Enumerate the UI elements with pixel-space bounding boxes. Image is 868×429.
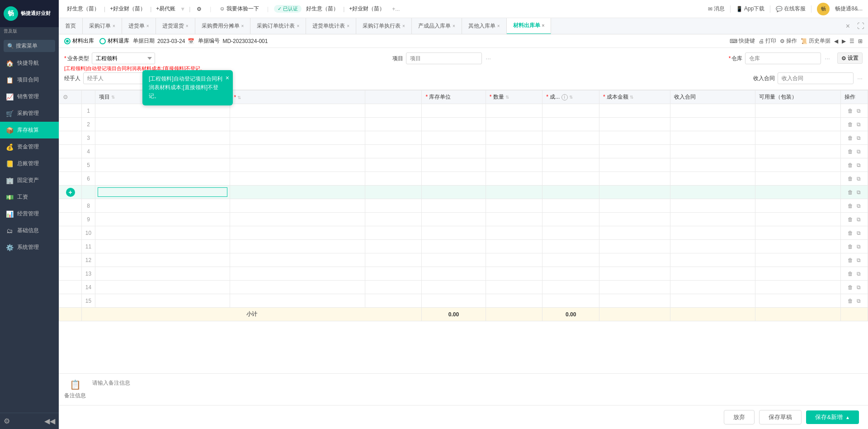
topbar-good-wealth[interactable]: +好业财（苗） <box>107 4 148 14</box>
row-spec[interactable] <box>365 118 422 131</box>
tab-purchase-exec-close[interactable]: × <box>402 24 405 29</box>
row-project[interactable] <box>95 118 230 131</box>
row-qty[interactable] <box>486 294 542 308</box>
row-available[interactable] <box>755 172 841 186</box>
row-project[interactable] <box>95 104 230 118</box>
row-cost[interactable] <box>542 131 599 145</box>
radio-material-return[interactable]: 材料退库 <box>99 37 129 45</box>
row-income-contract[interactable] <box>670 253 755 267</box>
row-cost-amount[interactable] <box>599 172 670 186</box>
row-spec[interactable] <box>365 145 422 158</box>
row-income-contract[interactable] <box>670 104 755 118</box>
row-warehouse[interactable] <box>422 267 486 281</box>
row-cost-amount[interactable] <box>599 118 670 131</box>
project-sort-icon[interactable]: ⇅ <box>111 95 115 100</box>
row-material[interactable] <box>230 294 365 308</box>
row-material-editing[interactable] <box>230 186 365 199</box>
print-btn[interactable]: 🖨 打印 <box>759 37 776 45</box>
row-cost-amount[interactable] <box>599 253 670 267</box>
row-material[interactable] <box>230 158 365 172</box>
row-cost-amount[interactable] <box>599 226 670 240</box>
cost-amount-sort-icon[interactable]: ⇅ <box>630 95 633 100</box>
row-qty[interactable] <box>486 267 542 281</box>
row-material[interactable] <box>230 104 365 118</box>
row-available[interactable] <box>755 131 841 145</box>
row-cost[interactable] <box>542 199 599 213</box>
delete-row-btn[interactable]: 🗑 <box>848 243 853 250</box>
delete-row-btn[interactable]: 🗑 <box>848 284 853 291</box>
search-menu[interactable]: 🔍 搜索菜单 <box>4 40 55 52</box>
cost-info-icon[interactable]: i <box>561 94 568 100</box>
row-project[interactable] <box>95 199 230 213</box>
tab-receipt-stats[interactable]: 进货单统计表 × <box>306 18 356 34</box>
row-warehouse[interactable] <box>422 172 486 186</box>
cost-sort-icon[interactable]: ⇅ <box>569 95 573 100</box>
row-available[interactable] <box>755 253 841 267</box>
row-project[interactable] <box>95 131 230 145</box>
row-income-contract[interactable] <box>670 226 755 240</box>
row-project[interactable] <box>95 172 230 186</box>
row-qty[interactable] <box>486 145 542 158</box>
row-project-editing[interactable] <box>95 186 230 199</box>
delete-row-btn[interactable]: 🗑 <box>848 230 853 236</box>
row-warehouse[interactable] <box>422 281 486 294</box>
row-cost-amount[interactable] <box>599 294 670 308</box>
row-income-contract[interactable] <box>670 240 755 253</box>
save-draft-button[interactable]: 保存草稿 <box>759 410 802 424</box>
row-available[interactable] <box>755 199 841 213</box>
topbar-more[interactable]: +... <box>389 5 402 13</box>
radio-material-out[interactable]: 材料出库 <box>64 37 94 45</box>
sidebar-item-base-info[interactable]: 🗂 基础信息 <box>0 222 59 239</box>
row-project[interactable] <box>95 281 230 294</box>
tab-product-receipt[interactable]: 产成品入库单 × <box>412 18 462 34</box>
copy-row-btn[interactable]: ⧉ <box>857 216 861 223</box>
delete-row-btn[interactable]: 🗑 <box>848 298 853 304</box>
tab-purchase-exec[interactable]: 采购订单执行表 × <box>356 18 412 34</box>
tab-goods-return[interactable]: 进货退货 × <box>156 18 195 34</box>
delete-row-btn[interactable]: 🗑 <box>848 148 853 155</box>
warehouse-lookup-btn[interactable]: ··· <box>825 55 830 62</box>
row-material[interactable] <box>230 145 365 158</box>
copy-row-btn[interactable]: ⧉ <box>857 176 861 182</box>
row-cost[interactable] <box>542 158 599 172</box>
row-cost[interactable] <box>542 226 599 240</box>
delete-row-btn[interactable]: 🗑 <box>848 216 853 223</box>
row-qty[interactable] <box>486 281 542 294</box>
row-project[interactable] <box>95 158 230 172</box>
row-spec[interactable] <box>365 213 422 226</box>
row-available-editing[interactable] <box>755 186 841 199</box>
col-settings-header[interactable]: ⚙ <box>59 91 82 104</box>
row-qty[interactable] <box>486 131 542 145</box>
row-qty[interactable] <box>486 104 542 118</box>
row-spec[interactable] <box>365 104 422 118</box>
col-warehouse-header[interactable]: * 库存单位 <box>422 91 486 104</box>
row-qty[interactable] <box>486 199 542 213</box>
col-cost-amount-header[interactable]: * 成本金额 ⇅ <box>599 91 670 104</box>
row-cost-amount[interactable] <box>599 240 670 253</box>
row-project[interactable] <box>95 294 230 308</box>
row-spec[interactable] <box>365 253 422 267</box>
col-income-contract-header[interactable]: 收入合同 <box>670 91 755 104</box>
row-warehouse[interactable] <box>422 226 486 240</box>
topbar-certified[interactable]: ✓ 已认证 <box>274 5 302 13</box>
row-material[interactable] <box>230 172 365 186</box>
row-project-input[interactable] <box>98 188 227 196</box>
delete-row-btn[interactable]: 🗑 <box>848 189 853 195</box>
row-spec[interactable] <box>365 131 422 145</box>
row-income-contract[interactable] <box>670 267 755 281</box>
delete-row-btn[interactable]: 🗑 <box>848 162 853 168</box>
row-material[interactable] <box>230 118 365 131</box>
app-download-btn[interactable]: 📱 App下载 <box>736 5 764 13</box>
row-income-contract[interactable] <box>670 158 755 172</box>
view-list-btn[interactable]: ☰ <box>849 38 854 44</box>
row-warehouse[interactable] <box>422 158 486 172</box>
row-warehouse[interactable] <box>422 240 486 253</box>
row-cost[interactable] <box>542 118 599 131</box>
material-sort-icon[interactable]: ⇅ <box>237 95 241 100</box>
row-cost[interactable] <box>542 240 599 253</box>
row-project[interactable] <box>95 267 230 281</box>
row-income-contract[interactable] <box>670 199 755 213</box>
row-available[interactable] <box>755 145 841 158</box>
row-available[interactable] <box>755 213 841 226</box>
project-input[interactable] <box>406 52 482 64</box>
